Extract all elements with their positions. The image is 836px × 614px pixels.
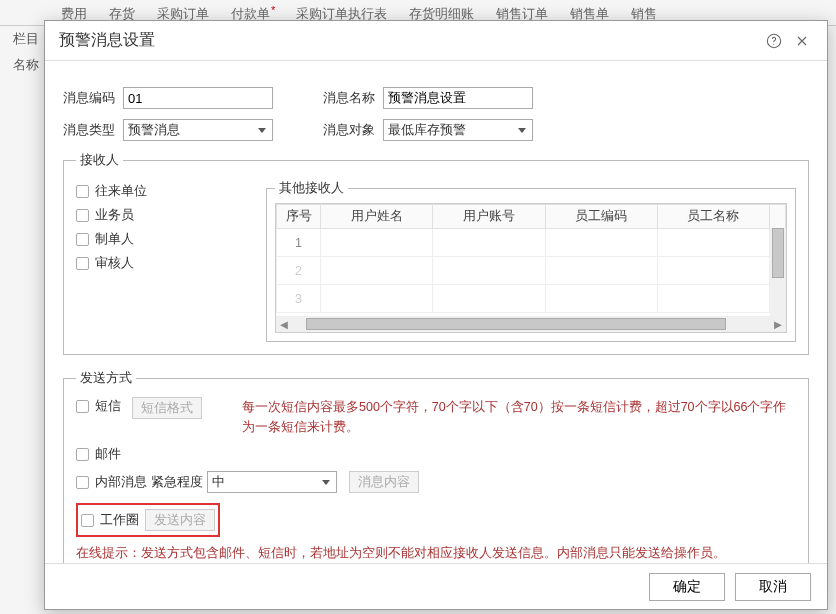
- label-msg-name: 消息名称: [323, 89, 383, 107]
- checkbox-icon: [76, 448, 89, 461]
- fieldset-send-method: 发送方式 短信 短信格式 每一次短信内容最多500个字符，70个字以下（含70）…: [63, 369, 809, 563]
- input-msg-name[interactable]: [383, 87, 533, 109]
- cell-seq: 3: [277, 285, 321, 313]
- th-extra: [770, 205, 786, 229]
- th-username: 用户姓名: [321, 205, 433, 229]
- select-msg-type[interactable]: 预警消息: [123, 119, 273, 141]
- select-msg-type-value: 预警消息: [128, 121, 180, 139]
- th-empcode: 员工编码: [545, 205, 657, 229]
- checkbox-icon: [81, 514, 94, 527]
- checkbox-contact-unit[interactable]: 往来单位: [76, 179, 266, 203]
- ok-button[interactable]: 确定: [649, 573, 725, 601]
- horizontal-scrollbar[interactable]: ◄ ►: [276, 316, 786, 332]
- workring-highlight-box: 工作圈 发送内容: [76, 503, 220, 537]
- checkbox-internal-msg[interactable]: 内部消息: [76, 473, 147, 491]
- checkbox-auditor[interactable]: 审核人: [76, 251, 266, 275]
- select-urgency-value: 中: [212, 473, 225, 491]
- vertical-scrollbar[interactable]: [770, 228, 786, 316]
- checkbox-label: 工作圈: [100, 511, 139, 529]
- sms-format-button[interactable]: 短信格式: [132, 397, 202, 419]
- checkbox-workring[interactable]: 工作圈: [81, 508, 139, 532]
- label-urgency: 紧急程度: [151, 473, 203, 491]
- dialog-titlebar: 预警消息设置: [45, 21, 827, 61]
- label-msg-type: 消息类型: [63, 121, 123, 139]
- fieldset-recipients: 接收人 往来单位 业务员 制单人 审核人 其他接收人: [63, 151, 809, 355]
- scroll-thumb[interactable]: [772, 228, 784, 278]
- close-icon[interactable]: [791, 30, 813, 52]
- checkbox-icon: [76, 400, 89, 413]
- label-msg-target: 消息对象: [323, 121, 383, 139]
- label-msg-code: 消息编码: [63, 89, 123, 107]
- legend-send-method: 发送方式: [76, 369, 136, 387]
- bg-label-column: 栏目: [0, 31, 45, 48]
- cancel-button[interactable]: 取消: [735, 573, 811, 601]
- checkbox-label: 审核人: [95, 254, 134, 272]
- online-tip: 在线提示：发送方式包含邮件、短信时，若地址为空则不能对相应接收人发送信息。内部消…: [76, 543, 796, 563]
- fieldset-other-recipients: 其他接收人 序号 用户姓名 用户账号 员工编码 员工名称: [266, 179, 796, 342]
- recipient-table: 序号 用户姓名 用户账号 员工编码 员工名称 1 2: [276, 204, 786, 313]
- checkbox-label: 短信: [95, 397, 121, 415]
- help-icon[interactable]: [763, 30, 785, 52]
- recipient-checks: 往来单位 业务员 制单人 审核人: [76, 179, 266, 342]
- recipient-table-wrap: 序号 用户姓名 用户账号 员工编码 员工名称 1 2: [275, 203, 787, 333]
- checkbox-label: 内部消息: [95, 473, 147, 491]
- row-email: 邮件: [76, 445, 796, 463]
- table-row[interactable]: 1: [277, 229, 786, 257]
- checkbox-icon: [76, 185, 89, 198]
- checkbox-label: 往来单位: [95, 182, 147, 200]
- checkbox-icon: [76, 257, 89, 270]
- checkbox-icon: [76, 476, 89, 489]
- checkbox-label: 邮件: [95, 445, 121, 463]
- select-msg-target-value: 最低库存预警: [388, 121, 466, 139]
- info-row-2: 消息类型 预警消息 消息对象 最低库存预警: [63, 119, 809, 141]
- sms-billing-note: 每一次短信内容最多500个字符，70个字以下（含70）按一条短信计费，超过70个…: [242, 397, 796, 437]
- scroll-right-icon[interactable]: ►: [770, 316, 786, 332]
- checkbox-icon: [76, 209, 89, 222]
- th-empname: 员工名称: [657, 205, 769, 229]
- checkbox-sms[interactable]: 短信: [76, 397, 126, 415]
- checkbox-salesperson[interactable]: 业务员: [76, 203, 266, 227]
- legend-other-recipients: 其他接收人: [275, 179, 348, 197]
- row-sms: 短信 短信格式 每一次短信内容最多500个字符，70个字以下（含70）按一条短信…: [76, 397, 796, 437]
- table-row[interactable]: 3: [277, 285, 786, 313]
- checkbox-label: 制单人: [95, 230, 134, 248]
- table-row[interactable]: 2: [277, 257, 786, 285]
- cell-seq: 1: [277, 229, 321, 257]
- checkbox-label: 业务员: [95, 206, 134, 224]
- select-msg-target[interactable]: 最低库存预警: [383, 119, 533, 141]
- legend-recipients: 接收人: [76, 151, 123, 169]
- th-account: 用户账号: [433, 205, 545, 229]
- th-seq: 序号: [277, 205, 321, 229]
- checkbox-icon: [76, 233, 89, 246]
- dialog-title: 预警消息设置: [59, 30, 757, 51]
- scroll-thumb[interactable]: [306, 318, 726, 330]
- checkbox-email[interactable]: 邮件: [76, 445, 121, 463]
- select-urgency[interactable]: 中: [207, 471, 337, 493]
- dialog-footer: 确定 取消: [45, 563, 827, 609]
- checkbox-maker[interactable]: 制单人: [76, 227, 266, 251]
- bg-label-name: 名称: [0, 57, 45, 74]
- online-tip-line1: 在线提示：发送方式包含邮件、短信时，若地址为空则不能对相应接收人发送信息。内部消…: [76, 543, 796, 563]
- scroll-track[interactable]: [292, 316, 770, 332]
- msg-content-button[interactable]: 消息内容: [349, 471, 419, 493]
- workring-send-content-button[interactable]: 发送内容: [145, 509, 215, 531]
- input-msg-code[interactable]: [123, 87, 273, 109]
- alert-message-settings-dialog: 预警消息设置 消息编码 消息名称 消息类型 预警消息: [44, 20, 828, 610]
- info-row-1: 消息编码 消息名称: [63, 87, 809, 109]
- row-internal: 内部消息 紧急程度 中 消息内容: [76, 471, 796, 493]
- scroll-left-icon[interactable]: ◄: [276, 316, 292, 332]
- dialog-body: 消息编码 消息名称 消息类型 预警消息 消息对象 最低库存预警 接收人: [45, 61, 827, 563]
- cell-seq: 2: [277, 257, 321, 285]
- svg-point-1: [773, 43, 774, 44]
